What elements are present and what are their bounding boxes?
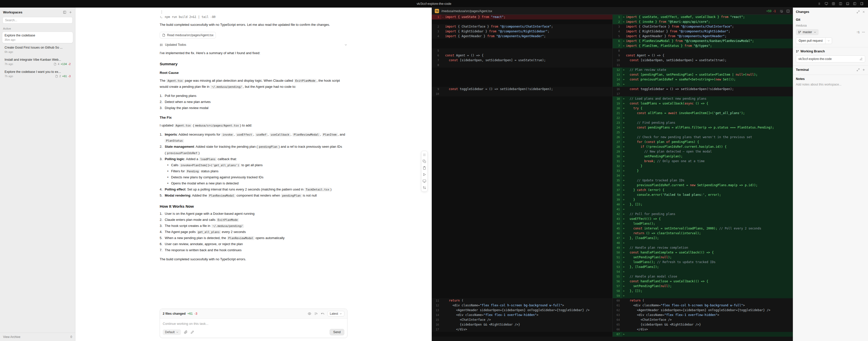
grip-icon[interactable]	[423, 153, 426, 157]
eye-icon[interactable]	[308, 312, 311, 315]
terminal-icon	[160, 16, 163, 19]
inline-code: Pending	[186, 169, 200, 173]
diff-line-context: 7 const [sidebarOpen, setSidebarOpen] = …	[432, 58, 612, 63]
play-icon[interactable]	[423, 173, 426, 176]
diff-sign: +	[622, 202, 626, 207]
collapse-sidebar-icon[interactable]	[63, 11, 66, 14]
summary-heading: Summary	[160, 62, 347, 66]
view-archive-link[interactable]: View Archive	[3, 335, 20, 339]
diff-sign: +	[622, 289, 626, 293]
diff-line-filler	[432, 274, 612, 279]
columns-icon[interactable]	[839, 2, 842, 5]
pause-icon[interactable]	[818, 2, 821, 5]
diff-file-header: TS /medusa/medusa/src/pages/Agent.tsx +5…	[432, 8, 793, 15]
line-number: 19	[613, 101, 622, 106]
branch-selector[interactable]: master	[796, 29, 819, 35]
panel-right-icon[interactable]	[860, 2, 863, 5]
changes-summary-bar[interactable]: 2 files changed +61 -3 Latest	[160, 309, 347, 319]
workspace-item[interactable]: Explore the codebase I want you to ex...…	[2, 68, 73, 80]
inline-code: get_all_plans	[197, 230, 221, 234]
diff-line-added: 23+ // Find pending plans	[612, 120, 793, 125]
inline-code: invoke<PlanItem[]>('get_all_plans')	[179, 163, 241, 167]
version-selector[interactable]: Latest	[328, 311, 344, 316]
swap-vertical-icon[interactable]	[423, 186, 426, 189]
copy-icon[interactable]	[423, 160, 426, 163]
diff-line-added: 21+ const allPlans = await invoke<PlanIt…	[612, 111, 793, 116]
search-input[interactable]	[3, 17, 73, 24]
grid-icon[interactable]	[832, 2, 835, 5]
list-marker: 1.	[160, 131, 165, 144]
code-text: loadPlans();	[626, 221, 793, 226]
app-body: Workspaces Active Explore the codebase35…	[0, 8, 868, 341]
close-icon[interactable]	[862, 10, 865, 13]
notes-placeholder[interactable]: Add notes about this workspace...	[796, 83, 865, 86]
conversation-scroll-area[interactable]: npm run build 2>&1 | tail -80 The build …	[75, 8, 432, 309]
split-view-icon[interactable]	[786, 9, 790, 13]
workspace-title: Install and integrate Vibe Kanban Web...	[5, 58, 71, 61]
monitor-icon[interactable]	[423, 179, 426, 183]
send-button[interactable]: Send	[330, 329, 344, 335]
workspace-item[interactable]: Install and integrate Vibe Kanban Web...…	[2, 56, 73, 67]
line-number: 9	[613, 53, 622, 58]
undo-icon[interactable]	[321, 312, 324, 315]
diff-line-filler	[432, 145, 612, 149]
panel-left-icon[interactable]	[853, 2, 856, 5]
updated-todos-toggle[interactable]: Updated Todos	[160, 43, 347, 46]
model-selector[interactable]: Default	[163, 329, 181, 335]
line-number: 51	[613, 255, 622, 260]
monitor-icon[interactable]	[825, 2, 828, 5]
diff-row: 43+ useEffect(() => {	[432, 217, 793, 221]
archive-count: 0	[70, 335, 72, 339]
diff-sign: +	[622, 130, 626, 135]
code-text: }, [loadPlans]);	[626, 236, 793, 241]
clipboard-icon[interactable]	[423, 166, 426, 170]
workspace-item[interactable]: Create Good First Issues on Github So ..…	[2, 44, 73, 55]
line-number: 36	[613, 183, 622, 188]
maximize-icon[interactable]	[857, 68, 860, 71]
paperclip-icon[interactable]	[184, 330, 188, 334]
line-number: 17	[432, 327, 441, 332]
code-text: <ChatInterface />	[445, 317, 612, 322]
line-number: 7	[613, 43, 622, 48]
pull-request-options[interactable]	[825, 38, 832, 44]
diff-line-context: 9const Agent = () => {	[612, 53, 793, 58]
workspace-item[interactable]: Explore the codebase35m ago	[2, 32, 73, 43]
more-actions-button[interactable]	[862, 30, 865, 34]
chevron-down-icon[interactable]	[344, 43, 347, 46]
wrap-text-icon[interactable]	[780, 9, 783, 13]
inline-code: Agent.tsx	[174, 124, 192, 127]
diff-row: 56+ const handlePlanClose = useCallback(…	[432, 279, 793, 284]
message-input[interactable]	[163, 322, 344, 326]
code-text: <div className="flex flex-1 overflow-hid…	[445, 313, 612, 317]
pencil-icon[interactable]	[860, 57, 863, 60]
list-marker: 5.	[160, 235, 165, 241]
code-text: const loadPlans = useCallback(async () =…	[626, 101, 793, 106]
list-item: 5.When a new pending plan is detected, t…	[160, 235, 347, 241]
floating-toolbar	[421, 151, 428, 192]
diff-line-filler	[432, 260, 612, 265]
diff-sign: +	[622, 241, 626, 245]
terminal-command-chip[interactable]: npm run build 2>&1 | tail -80	[160, 15, 347, 19]
maximize-icon[interactable]	[857, 10, 860, 13]
new-workspace-icon[interactable]	[69, 11, 72, 14]
diff-line-filler	[432, 245, 612, 250]
line-number: 28	[613, 145, 622, 149]
plus-icon[interactable]	[862, 68, 865, 71]
read-file-chip[interactable]: Read medusa/src/pages/Agent.tsx	[160, 32, 216, 38]
diff-line-added: 35+ // Update tracked plan IDs	[612, 178, 793, 183]
line-number: 1	[613, 15, 622, 20]
code-text: const Agent = () => {	[445, 53, 612, 58]
line-number: 18	[613, 96, 622, 101]
working-branch-field[interactable]: vk/3ccf-explore-the-code	[796, 55, 865, 62]
pen-icon[interactable]	[191, 330, 194, 334]
diff-body[interactable]: 1-import { useState } from "react";1+imp…	[432, 15, 793, 341]
list-plus-icon[interactable]	[314, 312, 318, 315]
diff-sign: +	[622, 96, 626, 101]
diff-row: 59+	[432, 293, 793, 298]
line-number: 49	[613, 245, 622, 250]
diff-line-added: 22+	[612, 116, 793, 120]
panel-bottom-icon[interactable]	[846, 2, 849, 5]
diff-sign: +	[622, 274, 626, 279]
diff-line-context: 11	[612, 63, 793, 67]
open-pull-request-button[interactable]: Open pull request	[796, 37, 832, 44]
